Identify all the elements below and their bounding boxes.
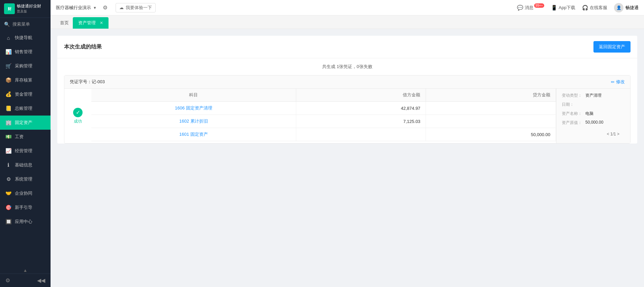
nav-label-newbie: 新手引导: [15, 204, 32, 211]
app-download-button[interactable]: 📱 App下载: [551, 5, 575, 11]
chevron-down-icon: ▼: [93, 6, 97, 10]
message-button[interactable]: 💬 消息 99++: [517, 5, 544, 11]
result-summary: 共生成 1张凭证，0张失败: [57, 58, 637, 75]
subject-cell: 1606 固定资产清理: [91, 102, 296, 115]
return-button[interactable]: 返回固定资产: [593, 41, 631, 53]
sidebar-item-business[interactable]: 📈经营管理: [0, 144, 51, 158]
nav-icon-sales: 📊: [5, 49, 11, 55]
nav-label-inventory: 库存核算: [15, 77, 32, 83]
credit-cell: [426, 115, 556, 128]
nav-label-ledger: 总账管理: [15, 105, 32, 111]
tab-close-icon[interactable]: ✕: [100, 21, 103, 25]
voucher-section: 凭证字号：记-003 ✏ 修改 ✓ 成功: [64, 75, 631, 144]
search-label: 搜索菜单: [12, 21, 30, 27]
sidebar-bottom: ⚙ ◀◀: [0, 274, 51, 287]
user-area[interactable]: 👤 畅捷通: [614, 3, 639, 12]
tab-home[interactable]: 首页: [56, 17, 73, 29]
download-icon: 📱: [551, 5, 557, 11]
sidebar-item-fixed-assets[interactable]: 🏢固定资产: [0, 116, 51, 130]
col-credit-header: 贷方金额: [426, 89, 556, 102]
experience-button[interactable]: ☁ 我要体验一下: [116, 3, 156, 12]
table-row: 1601 固定资产 50,000.00: [91, 128, 556, 141]
sidebar-item-enterprise[interactable]: 🤝企业协同: [0, 186, 51, 200]
date-row: 日期：: [562, 102, 625, 107]
change-type-value: 资产清理: [585, 93, 602, 98]
nav-label-fund: 资金管理: [15, 91, 32, 97]
collapse-icon[interactable]: ◀◀: [37, 277, 45, 284]
debit-cell: [296, 128, 426, 141]
subject-cell: 1601 固定资产: [91, 128, 296, 141]
subject-cell: 1602 累计折旧: [91, 115, 296, 128]
col-subject-header: 科目: [91, 89, 296, 102]
nav-icon-quick-nav: ⌂: [5, 35, 11, 41]
result-panel: 本次生成的结果 返回固定资产 共生成 1张凭证，0张失败 凭证字号：记-003 …: [57, 36, 637, 144]
voucher-edit-button[interactable]: ✏ 修改: [611, 79, 625, 85]
online-service-button[interactable]: 🎧 在线客服: [582, 5, 607, 11]
asset-value-label: 资产原值：: [562, 120, 585, 126]
col-debit-header: 借方金额: [296, 89, 426, 102]
sidebar-item-purchase[interactable]: 🛒采购管理: [0, 59, 51, 73]
nav-label-basic: 基础信息: [15, 162, 32, 168]
message-icon: 💬: [517, 5, 523, 11]
asset-value-row: 资产原值： 50,000.00: [562, 120, 625, 126]
nav-label-purchase: 采购管理: [15, 63, 32, 69]
sidebar-item-quick-nav[interactable]: ⌂快捷导航: [0, 31, 51, 45]
success-status: ✓ 成功: [64, 89, 91, 143]
sidebar-item-payroll[interactable]: 💵工资: [0, 130, 51, 144]
change-type-label: 变动类型：: [562, 93, 585, 98]
table-row: 1602 累计折旧 7,125.03: [91, 115, 556, 128]
nav-label-quick-nav: 快捷导航: [15, 35, 32, 41]
settings-icon[interactable]: ⚙: [5, 277, 10, 284]
sidebar-item-sales[interactable]: 📊销售管理: [0, 45, 51, 59]
asset-name-row: 资产名称： 电脑: [562, 111, 625, 117]
company-selector[interactable]: 医疗器械行业演示 ▼: [56, 5, 97, 11]
voucher-id: 凭证字号：记-003: [70, 79, 105, 85]
tab-asset-mgmt[interactable]: 资产管理 ✕: [73, 17, 109, 29]
nav-icon-enterprise: 🤝: [5, 190, 11, 196]
voucher-right-panel: 变动类型： 资产清理 日期： 资产名称： 电脑 资产原值：: [556, 89, 630, 143]
nav-label-business: 经营管理: [15, 148, 32, 154]
sidebar-item-basic[interactable]: ℹ基础信息: [0, 158, 51, 172]
credit-cell: 50,000.00: [426, 128, 556, 141]
nav-icon-system: ⚙: [5, 176, 11, 182]
nav-label-app-center: 应用中心: [15, 219, 32, 225]
success-icon: ✓: [73, 108, 83, 117]
page-title: 本次生成的结果: [64, 43, 102, 51]
voucher-header: 凭证字号：记-003 ✏ 修改: [64, 75, 630, 89]
logo-text: 畅捷通好业财: [17, 4, 41, 9]
success-label: 成功: [74, 119, 82, 124]
debit-cell: 42,874.97: [296, 102, 426, 115]
nav-icon-fixed-assets: 🏢: [5, 120, 11, 126]
pagination[interactable]: < 1/1 >: [562, 129, 625, 139]
sidebar-item-system[interactable]: ⚙系统管理: [0, 172, 51, 186]
app-download-label: App下载: [559, 5, 575, 11]
search-menu[interactable]: 🔍 搜索菜单: [0, 18, 51, 31]
experience-label: 我要体验一下: [126, 5, 152, 11]
sidebar-logo: 财 畅捷通好业财 普及版: [0, 0, 51, 18]
nav-label-enterprise: 企业协同: [15, 190, 32, 196]
nav-icon-ledger: 📒: [5, 105, 11, 111]
topbar: 医疗器械行业演示 ▼ ⚙ ☁ 我要体验一下 💬 消息 99++ 📱 App下载 …: [51, 0, 644, 15]
nav-label-system: 系统管理: [15, 176, 32, 182]
message-badge: 99++: [534, 3, 544, 8]
topbar-settings-button[interactable]: ⚙: [100, 3, 110, 13]
online-service-label: 在线客服: [590, 5, 607, 11]
nav-icon-app-center: 🔲: [5, 219, 11, 225]
logo-icon: 财: [4, 3, 15, 14]
sidebar-item-ledger[interactable]: 📒总账管理: [0, 101, 51, 116]
sidebar-item-newbie[interactable]: 🎯新手引导: [0, 200, 51, 215]
tabbar: 首页 资产管理 ✕: [51, 15, 644, 29]
edit-icon: ✏: [611, 79, 615, 85]
nav-icon-newbie: 🎯: [5, 204, 11, 211]
message-label: 消息: [525, 5, 533, 11]
asset-name-value: 电脑: [585, 111, 593, 117]
sidebar-item-app-center[interactable]: 🔲应用中心: [0, 215, 51, 229]
main-area: 医疗器械行业演示 ▼ ⚙ ☁ 我要体验一下 💬 消息 99++ 📱 App下载 …: [51, 0, 644, 287]
credit-cell: [426, 102, 556, 115]
voucher-body: ✓ 成功 科目 借方金额 贷方金额: [64, 89, 630, 143]
scroll-down-button[interactable]: ▲: [0, 267, 51, 274]
sidebar-nav: ⌂快捷导航📊销售管理🛒采购管理📦库存核算💰资金管理📒总账管理🏢固定资产💵工资📈经…: [0, 31, 51, 267]
sidebar-item-fund[interactable]: 💰资金管理: [0, 87, 51, 101]
sidebar-item-inventory[interactable]: 📦库存核算: [0, 73, 51, 87]
nav-icon-payroll: 💵: [5, 134, 11, 140]
